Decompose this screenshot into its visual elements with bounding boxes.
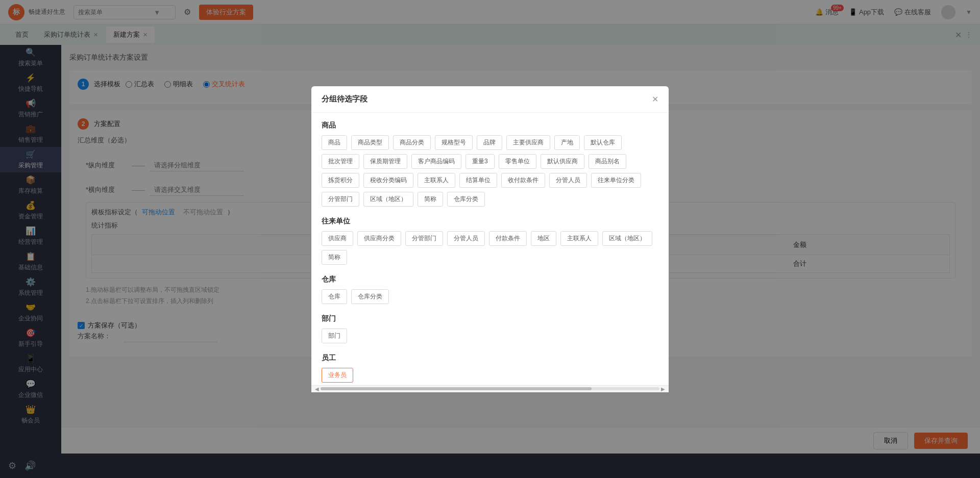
modal-dialog: 分组待选字段 ✕ 商品商品商品类型商品分类规格型号品牌主要供应商产地默认仓库批次… bbox=[311, 86, 669, 392]
field-tag-batch-mgmt[interactable]: 批次管理 bbox=[322, 154, 359, 169]
field-tag-payment-cond[interactable]: 付款条件 bbox=[489, 231, 527, 246]
field-tag-supplier[interactable]: 供应商 bbox=[322, 231, 353, 246]
field-tag-region2[interactable]: 地区 bbox=[531, 231, 556, 246]
field-tags-warehouse: 仓库仓库分类 bbox=[322, 289, 658, 304]
field-group-title-staff: 员工 bbox=[322, 354, 658, 363]
scrollbar-thumb bbox=[321, 387, 592, 390]
field-tags-department: 部门 bbox=[322, 329, 658, 343]
field-group-staff: 员工业务员 bbox=[322, 354, 658, 383]
field-tag-main-contact[interactable]: 主联系人 bbox=[418, 173, 455, 188]
field-group-title-department: 部门 bbox=[322, 314, 658, 323]
field-tag-warehouse[interactable]: 仓库 bbox=[322, 289, 347, 304]
field-tag-dept-mgr[interactable]: 分管人员 bbox=[447, 231, 485, 246]
field-tag-retail-unit[interactable]: 零售单位 bbox=[499, 154, 536, 169]
field-tag-short-name[interactable]: 简称 bbox=[418, 192, 443, 207]
modal-close-button[interactable]: ✕ bbox=[652, 94, 658, 104]
modal-scrollbar: ◀ ▶ bbox=[311, 385, 669, 392]
field-group-product: 商品商品商品类型商品分类规格型号品牌主要供应商产地默认仓库批次管理保质期管理客户… bbox=[322, 121, 658, 207]
field-tag-payment-terms[interactable]: 收付款条件 bbox=[501, 173, 545, 188]
field-tag-manager[interactable]: 分管人员 bbox=[549, 173, 587, 188]
scrollbar-track[interactable] bbox=[321, 387, 659, 390]
field-tag-customer-code[interactable]: 客户商品编码 bbox=[411, 154, 461, 169]
scrollbar-right-arrow[interactable]: ▶ bbox=[659, 385, 667, 392]
field-group-partner: 往来单位供应商供应商分类分管部门分管人员付款条件地区主联系人区域（地区）简称 bbox=[322, 217, 658, 265]
field-tag-tax-code[interactable]: 税收分类编码 bbox=[363, 173, 413, 188]
scrollbar-left-arrow[interactable]: ◀ bbox=[313, 385, 321, 392]
field-tag-goods-alias[interactable]: 商品别名 bbox=[589, 154, 626, 169]
field-tags-product: 商品商品类型商品分类规格型号品牌主要供应商产地默认仓库批次管理保质期管理客户商品… bbox=[322, 135, 658, 207]
field-tag-warehouse-cat[interactable]: 仓库分类 bbox=[447, 192, 485, 207]
field-tag-goods-category[interactable]: 商品分类 bbox=[393, 135, 431, 150]
field-tag-origin[interactable]: 产地 bbox=[554, 135, 580, 150]
modal-title: 分组待选字段 bbox=[322, 94, 368, 104]
field-tag-pick-points[interactable]: 拣货积分 bbox=[322, 173, 359, 188]
field-tags-staff: 业务员 bbox=[322, 368, 658, 383]
field-tag-main-contact2[interactable]: 主联系人 bbox=[560, 231, 598, 246]
field-tag-goods[interactable]: 商品 bbox=[322, 135, 347, 150]
field-tag-region[interactable]: 区域（地区） bbox=[363, 192, 413, 207]
field-tags-partner: 供应商供应商分类分管部门分管人员付款条件地区主联系人区域（地区）简称 bbox=[322, 231, 658, 265]
field-tag-salesperson[interactable]: 业务员 bbox=[322, 368, 353, 383]
field-tag-brand[interactable]: 品牌 bbox=[477, 135, 502, 150]
field-tag-default-warehouse[interactable]: 默认仓库 bbox=[584, 135, 622, 150]
field-group-title-partner: 往来单位 bbox=[322, 217, 658, 226]
field-tag-default-supplier[interactable]: 默认供应商 bbox=[541, 154, 584, 169]
field-group-title-product: 商品 bbox=[322, 121, 658, 130]
field-tag-warehouse-cat2[interactable]: 仓库分类 bbox=[351, 289, 389, 304]
field-tag-main-supplier[interactable]: 主要供应商 bbox=[506, 135, 550, 150]
field-tag-dept2[interactable]: 分管部门 bbox=[405, 231, 443, 246]
field-tag-dept3[interactable]: 部门 bbox=[322, 329, 347, 343]
field-tag-dept[interactable]: 分管部门 bbox=[322, 192, 359, 207]
field-tag-goods-type[interactable]: 商品类型 bbox=[351, 135, 389, 150]
field-group-title-warehouse: 仓库 bbox=[322, 275, 658, 284]
field-tag-short-name2[interactable]: 简称 bbox=[322, 250, 347, 265]
field-tag-supplier-cat[interactable]: 供应商分类 bbox=[357, 231, 401, 246]
field-group-warehouse: 仓库仓库仓库分类 bbox=[322, 275, 658, 304]
field-tag-settlement-unit[interactable]: 结算单位 bbox=[459, 173, 497, 188]
field-tag-region-area[interactable]: 区域（地区） bbox=[602, 231, 652, 246]
field-group-department: 部门部门 bbox=[322, 314, 658, 343]
field-tag-expiry-mgmt[interactable]: 保质期管理 bbox=[363, 154, 407, 169]
field-tag-spec-type[interactable]: 规格型号 bbox=[435, 135, 473, 150]
field-tag-from-unit-cat[interactable]: 往来单位分类 bbox=[591, 173, 641, 188]
modal-header: 分组待选字段 ✕ bbox=[311, 86, 669, 113]
modal-body: 商品商品商品类型商品分类规格型号品牌主要供应商产地默认仓库批次管理保质期管理客户… bbox=[311, 113, 669, 385]
field-tag-weight3[interactable]: 重量3 bbox=[465, 154, 495, 169]
